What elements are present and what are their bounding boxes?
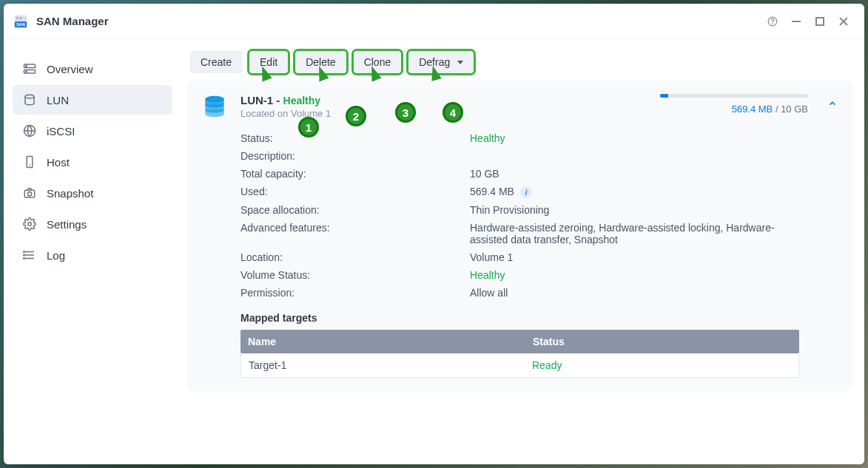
permission-value: Allow all: [470, 287, 799, 299]
sidebar-item-host[interactable]: Host: [13, 147, 172, 177]
target-name: Target-1: [241, 353, 525, 377]
lun-separator: -: [273, 94, 283, 106]
overview-icon: [23, 62, 36, 75]
main-content: Create Edit Delete Clone Defrag 1 2 3 4: [181, 39, 864, 464]
edit-button[interactable]: Edit: [249, 51, 288, 73]
used-value: 569.4 MBi: [470, 186, 799, 198]
defrag-button[interactable]: Defrag: [408, 51, 474, 73]
status-value: Healthy: [470, 132, 799, 144]
log-icon: [23, 248, 36, 262]
space-label: Space allocation:: [240, 204, 470, 216]
location-value: Volume 1: [470, 251, 799, 263]
space-value: Thin Provisioning: [470, 204, 799, 216]
svg-point-11: [26, 66, 27, 67]
iscsi-icon: [23, 124, 36, 138]
sidebar-item-iscsi[interactable]: iSCSI: [13, 116, 172, 146]
host-icon: [23, 155, 36, 169]
sidebar-item-settings[interactable]: Settings: [13, 209, 172, 239]
col-name: Name: [240, 330, 525, 353]
clone-button[interactable]: Clone: [354, 51, 402, 73]
lun-health: Healthy: [283, 95, 321, 106]
sidebar-item-label: LUN: [47, 94, 69, 106]
usage-block: 569.4 MB / 10 GB: [660, 94, 808, 115]
collapse-toggle[interactable]: [827, 98, 838, 111]
lun-header: LUN-1 - Healthy Located on Volume 1 569.…: [202, 94, 838, 119]
svg-point-12: [26, 71, 27, 72]
titlebar: SAN SAN Manager: [4, 4, 864, 39]
sidebar-item-label: iSCSI: [47, 125, 75, 138]
lun-panel: LUN-1 - Healthy Located on Volume 1 569.…: [187, 81, 852, 391]
usage-total: 10 GB: [781, 104, 808, 115]
snapshot-icon: [23, 186, 36, 200]
usage-used: 569.4 MB: [732, 104, 773, 115]
usage-slash: /: [773, 104, 781, 115]
lun-details: Status: Healthy Description: Total capac…: [202, 132, 838, 299]
capacity-label: Total capacity:: [240, 168, 470, 180]
close-button[interactable]: [832, 10, 855, 33]
advanced-value: Hardware-assisted zeroing, Hardware-assi…: [470, 222, 799, 245]
minimize-button[interactable]: [784, 10, 808, 33]
sidebar-item-label: Snapshot: [47, 187, 93, 200]
svg-text:SAN: SAN: [16, 22, 25, 27]
lun-icon: [23, 93, 36, 106]
description-label: Description:: [240, 150, 470, 162]
location-label: Location:: [240, 251, 470, 263]
help-button[interactable]: [761, 10, 784, 33]
app-window: SAN SAN Manager Overview LUN iSCSI Ho: [4, 4, 864, 464]
svg-point-18: [27, 192, 31, 196]
usage-bar: [660, 94, 808, 98]
svg-point-23: [24, 251, 25, 253]
lun-name: LUN-1: [240, 94, 273, 106]
lun-stack-icon: [202, 94, 227, 119]
lun-location-line: Located on Volume 1: [240, 108, 331, 119]
maximize-button[interactable]: [808, 10, 832, 33]
svg-point-4: [20, 17, 22, 19]
window-title: SAN Manager: [36, 15, 761, 27]
toolbar: Create Edit Delete Clone Defrag: [187, 48, 852, 81]
col-status: Status: [525, 330, 799, 353]
description-value: [470, 150, 799, 162]
sidebar-item-label: Overview: [47, 63, 93, 75]
sidebar: Overview LUN iSCSI Host Snapshot Setting…: [4, 39, 181, 464]
usage-bar-fill: [660, 94, 668, 98]
sidebar-item-overview[interactable]: Overview: [13, 54, 172, 84]
svg-rect-7: [792, 21, 801, 22]
sidebar-item-label: Settings: [47, 218, 87, 231]
svg-rect-8: [816, 18, 824, 25]
svg-rect-17: [24, 190, 35, 197]
delete-button[interactable]: Delete: [295, 51, 346, 73]
settings-icon: [23, 217, 36, 231]
sidebar-item-label: Host: [47, 156, 70, 169]
used-value-text: 569.4 MB: [470, 186, 514, 197]
volstatus-value: Healthy: [470, 269, 799, 281]
status-label: Status:: [240, 132, 470, 144]
svg-point-24: [24, 254, 25, 256]
table-header: Name Status: [240, 330, 799, 353]
svg-point-19: [28, 223, 32, 226]
chevron-down-icon: [457, 61, 463, 64]
sidebar-item-lun[interactable]: LUN: [13, 85, 172, 115]
table-row[interactable]: Target-1 Ready: [240, 353, 799, 378]
mapped-targets-table: Name Status Target-1 Ready: [240, 330, 799, 378]
svg-point-13: [25, 95, 34, 98]
svg-point-3: [16, 17, 18, 19]
mapped-targets-heading: Mapped targets: [202, 312, 838, 324]
sidebar-item-log[interactable]: Log: [13, 240, 172, 270]
defrag-label: Defrag: [419, 56, 450, 68]
svg-point-6: [773, 23, 773, 24]
used-label: Used:: [240, 186, 470, 198]
volstatus-label: Volume Status:: [240, 269, 470, 281]
permission-label: Permission:: [240, 287, 470, 299]
create-button[interactable]: Create: [190, 51, 242, 73]
svg-point-25: [24, 258, 25, 260]
sidebar-item-label: Log: [47, 249, 65, 262]
sidebar-item-snapshot[interactable]: Snapshot: [13, 178, 172, 208]
advanced-label: Advanced features:: [240, 222, 470, 245]
info-icon[interactable]: i: [520, 186, 532, 198]
capacity-value: 10 GB: [470, 168, 799, 180]
target-status: Ready: [525, 353, 798, 377]
app-icon: SAN: [13, 13, 29, 30]
